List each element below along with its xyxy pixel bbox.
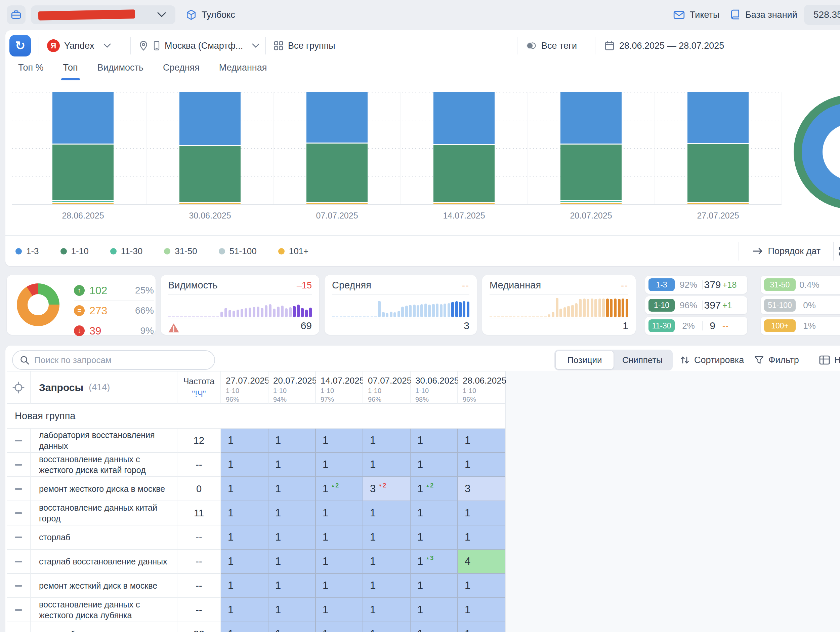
spark-bar — [417, 305, 419, 317]
query-cell[interactable]: сторлаб — [31, 526, 177, 550]
table-header-date[interactable]: 28.06.20251-1096% — [458, 371, 505, 404]
snippets-tab[interactable]: Сниппеты — [614, 351, 671, 369]
row-drag-handle[interactable] — [7, 550, 31, 574]
position-cell: 1 — [363, 501, 411, 526]
table-header-date[interactable]: 07.07.20251-1096% — [363, 371, 411, 404]
position-value: 1 — [370, 555, 376, 567]
table-header-date[interactable]: 20.07.20251-1094% — [268, 371, 316, 404]
table-header-date[interactable]: 27.07.20251-1096% — [221, 371, 268, 404]
changes-card[interactable]: ↑ 102 25% = 273 66% ↓ 39 9% — [7, 275, 156, 335]
table-header-date[interactable]: 14.07.20251-1097% — [316, 371, 363, 404]
top-stat-31-50[interactable]: 31-500.4% — [761, 276, 840, 294]
toolbox-button[interactable]: Тулбокс — [185, 5, 235, 24]
positions-tab[interactable]: Позиции — [556, 351, 614, 369]
row-drag-handle[interactable] — [7, 477, 31, 501]
legend-dot — [164, 248, 171, 255]
sort-button[interactable]: Сортировка — [679, 350, 744, 371]
position-cell: 1 — [268, 598, 316, 622]
knowledge-base-button[interactable]: База знаний — [730, 5, 797, 24]
legend-item-101+[interactable]: 101+ — [278, 246, 309, 257]
average-card[interactable]: Средняя -- 3 — [325, 275, 477, 335]
query-cell[interactable]: старлаб восстановление данных — [31, 550, 177, 574]
spark-bar — [172, 316, 175, 317]
query-cell[interactable]: лаборатория восстановления данных — [31, 429, 177, 453]
balance-pill[interactable]: 528.35 — [804, 5, 840, 25]
row-drag-handle[interactable] — [7, 598, 31, 622]
range-badge: 1-10 — [649, 299, 675, 312]
legend-label: 101+ — [289, 246, 309, 257]
spark-bar — [293, 306, 296, 317]
legend-dot — [278, 248, 284, 255]
search-input[interactable] — [34, 355, 196, 366]
position-cell: 1 — [268, 453, 316, 477]
warning-icon — [168, 323, 179, 333]
changes-same-value: 273 — [89, 304, 115, 317]
legend-item-51-100[interactable]: 51-100 — [219, 246, 257, 257]
table-header-target[interactable] — [7, 371, 31, 404]
chevron-down-icon — [157, 12, 166, 17]
frequency-mode: "!Ч" — [192, 389, 205, 399]
legend-item-1-10[interactable]: 1-10 — [60, 246, 89, 257]
position-value: 1 — [228, 483, 234, 495]
top-stat-100+[interactable]: 100+1% — [761, 317, 840, 335]
date-order-button[interactable]: Порядок дат — [739, 246, 833, 257]
position-value: 1 — [417, 434, 423, 447]
top-stat-1-10[interactable]: 1-1096%397+1 — [645, 296, 747, 314]
position-value: 1 — [465, 507, 471, 519]
median-card[interactable]: Медианная -- 1 — [482, 275, 636, 335]
tickets-button[interactable]: Тикеты — [673, 5, 719, 24]
date-top-share: 97% — [321, 396, 363, 403]
query-cell[interactable]: восстановление данных с жесткого диска л… — [31, 598, 177, 622]
spark-bar — [281, 306, 284, 317]
expand-icon[interactable] — [834, 246, 840, 257]
query-cell[interactable]: стералаб — [31, 622, 177, 632]
spark-bar — [269, 304, 272, 317]
top-stat-11-30[interactable]: 11-302%9-- — [645, 317, 747, 335]
table-header-queries[interactable]: Запросы (414) — [31, 371, 177, 404]
bar-segment-1-3 — [179, 92, 241, 145]
table-header-frequency[interactable]: Частота "!Ч" — [177, 371, 221, 404]
position-cell: 1 — [411, 453, 458, 477]
row-drag-handle[interactable] — [7, 453, 31, 477]
filter-button[interactable]: Фильтр — [754, 350, 799, 371]
row-drag-handle[interactable] — [7, 526, 31, 550]
position-value: 1 — [417, 483, 423, 495]
spark-bar — [249, 307, 251, 317]
position-value: 1 — [417, 604, 423, 616]
spark-bar — [425, 304, 427, 317]
frequency-label: Частота — [183, 377, 215, 386]
visibility-value: 69 — [301, 320, 312, 331]
row-drag-handle[interactable] — [7, 574, 31, 598]
changes-down-pct: 9% — [141, 325, 154, 336]
legend-item-11-30[interactable]: 11-30 — [110, 246, 143, 257]
columns-settings-button[interactable]: Н — [819, 350, 840, 371]
top-stat-1-3[interactable]: 1-392%379+18 — [645, 276, 747, 294]
legend-item-31-50[interactable]: 31-50 — [164, 246, 197, 257]
row-drag-handle[interactable] — [7, 622, 31, 632]
projects-button[interactable] — [7, 5, 25, 24]
position-cell: 1 — [316, 429, 363, 453]
visibility-card[interactable]: Видимость –15 69 — [161, 275, 319, 335]
average-value: 3 — [464, 320, 469, 331]
spark-bar — [583, 299, 586, 317]
project-selector[interactable] — [31, 5, 175, 24]
group-header[interactable]: Новая группа — [7, 404, 505, 429]
query-cell[interactable]: ремонт жесткий диск в москве — [31, 574, 177, 598]
spark-bar — [591, 299, 594, 317]
legend-item-1-3[interactable]: 1-3 — [16, 246, 39, 257]
query-cell[interactable]: ремонт жесткого диска в москве — [31, 477, 177, 501]
query-cell[interactable]: восстановление данных с жесткого диска к… — [31, 453, 177, 477]
date-range-label: 1-10 — [368, 387, 410, 394]
spark-bar — [232, 310, 235, 317]
row-drag-handle[interactable] — [7, 501, 31, 526]
query-cell[interactable]: восстановление данных китай город — [31, 501, 177, 526]
legend-label: 31-50 — [175, 246, 197, 257]
table-header-date[interactable]: 30.06.20251-1098% — [411, 371, 458, 404]
top-stat-51-100[interactable]: 51-1000% — [761, 296, 840, 314]
position-change: ▲2 — [331, 482, 339, 489]
spark-bar — [618, 299, 621, 317]
position-value: 1 — [465, 580, 471, 592]
row-drag-handle[interactable] — [7, 429, 31, 453]
position-value: 1 — [465, 604, 471, 616]
date-top-share: 96% — [226, 396, 268, 403]
